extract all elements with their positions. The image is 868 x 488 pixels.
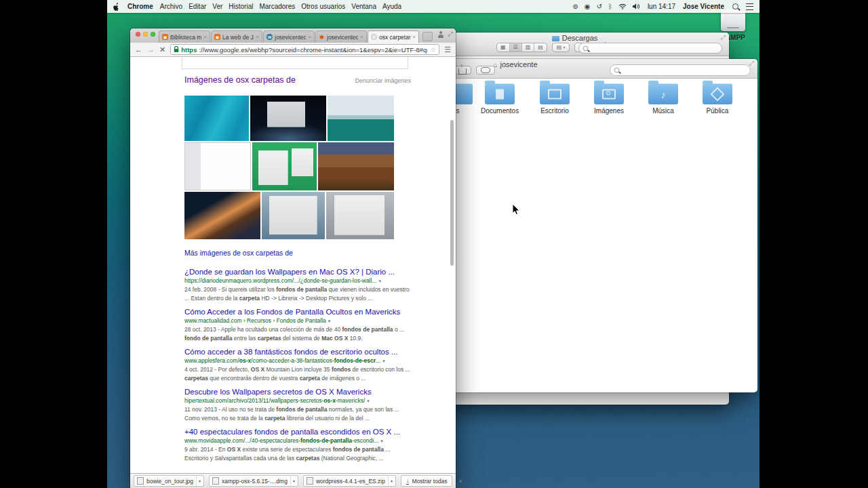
tab-osx-carpetas-active[interactable]: osx carpetas d ×: [368, 30, 419, 43]
result-options-icon[interactable]: ▾: [380, 439, 383, 443]
tab-close-icon[interactable]: ×: [203, 35, 207, 40]
result-title-link[interactable]: +40 espectaculares fondos de pantalla es…: [184, 426, 411, 437]
menu-archivo[interactable]: Archivo: [160, 3, 182, 10]
result-title-link[interactable]: Cómo Acceder a los Fondos de Pantalla Oc…: [184, 306, 411, 317]
apple-menu-icon[interactable]: [113, 3, 120, 11]
url-text: ://www.google.es/webhp?sourceid=chrome-i…: [199, 46, 428, 54]
menu-historial[interactable]: Historial: [229, 3, 253, 10]
report-images-link[interactable]: Denunciar imágenes: [355, 77, 411, 84]
tab-close-icon[interactable]: ×: [412, 35, 416, 40]
download-options-icon[interactable]: ▾: [290, 476, 295, 486]
result-snippet: 9 abr. 2014 - En OS X existe una serie d…: [184, 445, 411, 462]
menu-chrome[interactable]: Chrome: [127, 3, 153, 10]
folder-item-documentos[interactable]: Documentos: [481, 83, 519, 115]
fullscreen-icon[interactable]: ⤢: [721, 34, 726, 41]
finder-search-field[interactable]: [578, 43, 722, 54]
menu-ventana[interactable]: Ventana: [351, 3, 376, 10]
image-thumbnail[interactable]: [184, 192, 260, 239]
swirl-icon[interactable]: ⊚: [572, 3, 578, 10]
result-title-link[interactable]: Descubre los Wallpapers secretos de OS X…: [184, 386, 411, 397]
tags-button[interactable]: [476, 66, 495, 75]
forward-button[interactable]: →: [147, 46, 155, 54]
download-options-icon[interactable]: ▾: [388, 476, 393, 486]
download-item-xampp[interactable]: xampp-osx-5.6.15-....dmg ▾: [209, 475, 298, 487]
expand-icon[interactable]: ⤢: [448, 30, 453, 38]
image-thumbnail[interactable]: [250, 96, 326, 141]
more-images-link[interactable]: Más imágenes de osx carpetas de: [184, 249, 411, 257]
image-thumbnail[interactable]: [252, 142, 317, 190]
finder-descargas-titlebar[interactable]: Descargas ⤢ ▦ ☰ ▥ ▤ ▤▾ ⚙▾: [420, 33, 729, 56]
tab-josevicente-2[interactable]: ✱ josevicenteca ×: [315, 30, 367, 43]
page-scrollbar[interactable]: [450, 120, 454, 266]
menu-editar[interactable]: Editar: [189, 3, 206, 10]
menu-ver[interactable]: Ver: [212, 3, 222, 10]
result-options-icon[interactable]: ▾: [367, 399, 370, 403]
record-icon[interactable]: ◉: [585, 3, 591, 10]
image-thumbnail[interactable]: [262, 192, 325, 239]
chrome-menu-icon[interactable]: ☰: [444, 45, 451, 54]
result-title-link[interactable]: Cómo acceder a 38 fantásticos fondos de …: [184, 346, 411, 357]
icon-view-icon[interactable]: ▦: [497, 43, 510, 52]
result-title-link[interactable]: ¿Donde se guardan los Wallpapers en Mac …: [184, 266, 411, 277]
share-button[interactable]: [454, 66, 471, 75]
zoom-window-button[interactable]: [151, 32, 155, 37]
wifi-icon[interactable]: [618, 3, 627, 9]
asterisk-favicon: ✱: [319, 34, 325, 40]
menu-marcadores[interactable]: Marcadores: [259, 3, 295, 10]
bookmark-star-icon[interactable]: ☆: [430, 46, 436, 54]
tab-close-icon[interactable]: ×: [308, 35, 311, 40]
menu-otros-usuarios[interactable]: Otros usuarios: [301, 3, 345, 10]
download-options-icon[interactable]: ▾: [196, 476, 201, 486]
tab-close-icon[interactable]: ×: [256, 35, 259, 40]
image-thumbnail[interactable]: [318, 142, 394, 190]
bluetooth-icon[interactable]: ᛒ: [608, 3, 612, 10]
list-view-icon[interactable]: ☰: [510, 43, 522, 52]
tab-biblioteca[interactable]: ▣ Biblioteca mu ×: [159, 30, 210, 43]
images-section-heading[interactable]: Imágenes de osx carpetas de: [184, 75, 296, 85]
download-item-bowie[interactable]: bowie_on_tour.jpg ▾: [134, 475, 204, 487]
folder-item-musica[interactable]: ♪ Música: [644, 83, 682, 115]
desktop-folder-icon: [540, 83, 570, 104]
folder-item-publica[interactable]: Pública: [698, 83, 736, 115]
download-item-wordpress[interactable]: wordpress-4.4.1-es_ES.zip ▾: [303, 475, 396, 487]
zip-file-icon: [307, 477, 313, 485]
tab-la-web-de[interactable]: ▣ La web de Jos ×: [211, 30, 262, 43]
close-downloads-bar-icon[interactable]: ×: [458, 478, 462, 485]
profile-icon[interactable]: [437, 31, 444, 38]
image-thumbnail[interactable]: [184, 142, 251, 190]
show-all-downloads-button[interactable]: ↓ Mostrar todas: [401, 475, 452, 487]
image-thumbnail[interactable]: [328, 96, 394, 141]
search-result: +40 espectaculares fondos de pantalla es…: [184, 426, 411, 462]
address-bar[interactable]: https ://www.google.es/webhp?sourceid=ch…: [170, 44, 439, 55]
spotlight-search-icon[interactable]: [732, 3, 738, 9]
result-options-icon[interactable]: ▾: [378, 279, 381, 283]
menubar-clock[interactable]: lun 14:17: [648, 3, 675, 10]
result-options-icon[interactable]: ▾: [328, 319, 331, 323]
back-button[interactable]: ←: [135, 46, 142, 54]
folder-item-escritorio[interactable]: Escritorio: [536, 83, 574, 115]
tab-josevicente-wp[interactable]: W josevicenteca ×: [263, 30, 315, 43]
view-switcher[interactable]: ▦ ☰ ▥ ▤: [496, 43, 547, 52]
finder-descargas-title: Descargas: [420, 34, 729, 42]
column-view-icon[interactable]: ▥: [522, 43, 535, 52]
notification-center-icon[interactable]: [746, 3, 753, 10]
arrange-button[interactable]: ▤▾: [552, 43, 570, 52]
fullscreen-icon[interactable]: ⤢: [749, 60, 754, 67]
finder-search-field[interactable]: [610, 64, 751, 76]
volume-icon[interactable]: [633, 3, 640, 9]
menubar-user[interactable]: Jose Vicente: [683, 3, 724, 10]
tab-strip: ▣ Biblioteca mu × ▣ La web de Jos × W jo…: [130, 28, 456, 43]
image-thumbnail[interactable]: [184, 96, 249, 141]
minimize-window-button[interactable]: [143, 32, 148, 37]
timemachine-icon[interactable]: ↺: [596, 3, 601, 10]
public-folder-icon: [703, 83, 732, 104]
result-options-icon[interactable]: ▾: [382, 359, 385, 363]
close-window-button[interactable]: [136, 32, 140, 37]
menu-ayuda[interactable]: Ayuda: [382, 3, 401, 10]
image-thumbnail[interactable]: [326, 192, 394, 239]
new-tab-button[interactable]: [422, 32, 433, 41]
tab-close-icon[interactable]: ×: [360, 35, 363, 40]
stop-button[interactable]: ✕: [159, 46, 165, 54]
coverflow-view-icon[interactable]: ▤: [534, 43, 547, 52]
folder-item-imagenes[interactable]: Imágenes: [590, 83, 628, 115]
